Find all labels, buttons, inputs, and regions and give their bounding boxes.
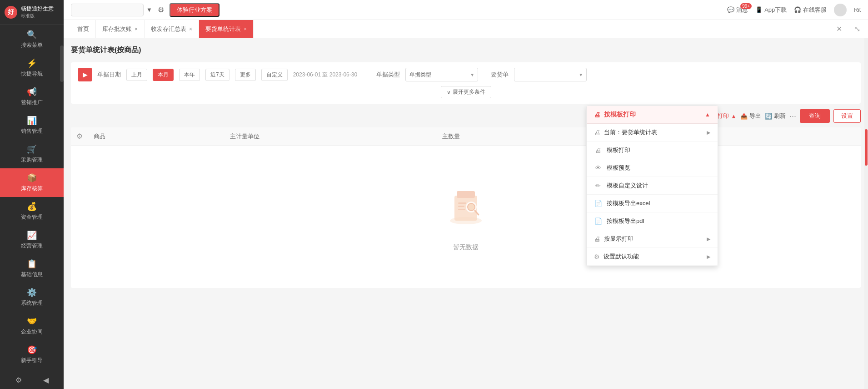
export-label: 导出 bbox=[749, 112, 761, 120]
requisition-label: 要货单 bbox=[491, 71, 509, 79]
scrollbar-thumb bbox=[865, 129, 868, 166]
dropdown-item-template-print[interactable]: 🖨 模板打印 bbox=[587, 141, 718, 159]
sidebar-item-search[interactable]: 🔍 搜索菜单 bbox=[0, 25, 64, 54]
tabbar-right: ✕ ⤡ bbox=[832, 22, 868, 36]
svg-rect-6 bbox=[458, 202, 466, 204]
more-options-icon[interactable]: ··· bbox=[789, 111, 796, 121]
collab-icon: 🤝 bbox=[27, 316, 37, 326]
sidebar-item-label: 采购管理 bbox=[21, 156, 43, 164]
tab-receipt-summary-label: 收发存汇总表 bbox=[151, 25, 186, 33]
sidebar-item-purchase[interactable]: 🛒 采购管理 bbox=[0, 140, 64, 168]
dropdown-display-print[interactable]: 🖨 按显示打印 ▶ bbox=[587, 230, 718, 248]
basics-icon: 📋 bbox=[27, 259, 37, 269]
date-btn-7days[interactable]: 近7天 bbox=[205, 69, 229, 81]
refresh-icon: 🔄 bbox=[765, 113, 772, 120]
app-download-button[interactable]: 📱 App下载 bbox=[755, 6, 787, 14]
export-button[interactable]: 📤 导出 bbox=[740, 112, 761, 120]
settings-button[interactable]: 设置 bbox=[833, 109, 861, 123]
sidebar-item-system[interactable]: ⚙️ 系统管理 bbox=[0, 283, 64, 312]
display-print-chevron: ▶ bbox=[707, 236, 710, 242]
date-range-display: 2023-06-01 至 2023-06-30 bbox=[293, 71, 357, 79]
print-dropdown-icon: 🖨 bbox=[594, 111, 600, 118]
sidebar-item-label: 营销推广 bbox=[21, 99, 43, 106]
dropdown-item-template-design[interactable]: ✏ 模板自定义设计 bbox=[587, 177, 718, 195]
tab-home[interactable]: 首页 bbox=[71, 20, 96, 38]
tab-inventory-batch-label: 库存批次账 bbox=[102, 25, 132, 33]
empty-text: 暂无数据 bbox=[453, 243, 479, 252]
type-select[interactable]: 单据类型 bbox=[405, 68, 478, 81]
date-btn-current-month[interactable]: 本月 bbox=[153, 69, 174, 81]
dropdown-header: 🖨 按模板打印 ▲ bbox=[587, 106, 718, 124]
app-name-block: 畅捷通好生意 标准版 bbox=[21, 5, 54, 19]
dropdown-item-template-preview[interactable]: 👁 模板预览 bbox=[587, 159, 718, 177]
date-btn-prev-month[interactable]: 上月 bbox=[126, 69, 147, 81]
tab-requisition-stats[interactable]: 要货单统计表 × bbox=[199, 20, 254, 38]
close-tab-icon[interactable]: ✕ bbox=[832, 22, 846, 36]
tab-close-receipt-summary[interactable]: × bbox=[189, 26, 192, 32]
message-button[interactable]: 💬 消息 99+ bbox=[727, 6, 748, 14]
export-icon: 📤 bbox=[740, 113, 748, 120]
expand-conditions-button[interactable]: ∨ 展开更多条件 bbox=[441, 86, 491, 98]
table-settings-icon[interactable]: ⚙ bbox=[71, 132, 88, 141]
app-icon: 📱 bbox=[755, 6, 763, 13]
dropdown-set-default[interactable]: ⚙ 设置默认功能 ▶ bbox=[587, 248, 718, 266]
sidebar-item-marketing[interactable]: 📢 营销推广 bbox=[0, 82, 64, 111]
date-btn-current-year[interactable]: 本年 bbox=[179, 69, 200, 81]
tabbar: 首页 库存批次账 × 收发存汇总表 × 要货单统计表 × ✕ ⤡ bbox=[64, 20, 868, 38]
sidebar-item-label: 基础信息 bbox=[21, 271, 43, 278]
set-default-icon: ⚙ bbox=[594, 253, 600, 260]
col-header-unit: 主计量单位 bbox=[224, 132, 437, 141]
settings-bottom-icon[interactable]: ⚙ bbox=[15, 376, 22, 384]
search-dropdown-icon[interactable]: ▼ bbox=[146, 6, 152, 13]
tab-close-inventory-batch[interactable]: × bbox=[135, 26, 138, 32]
table-header: ⚙ 商品 主计量单位 主数量 零售金额 bbox=[71, 127, 861, 146]
set-default-chevron: ▶ bbox=[707, 254, 710, 260]
tab-close-requisition-stats[interactable]: × bbox=[244, 26, 247, 32]
service-icon: 🎧 bbox=[794, 6, 801, 13]
tab-inventory-batch[interactable]: 库存批次账 × bbox=[96, 20, 145, 38]
shortcut-icon: ⚡ bbox=[27, 58, 37, 68]
app-name: 畅捷通好生意 bbox=[21, 5, 54, 13]
app-label: App下载 bbox=[764, 6, 787, 14]
maximize-icon[interactable]: ⤡ bbox=[850, 22, 864, 36]
col-header-product: 商品 bbox=[88, 132, 224, 141]
dropdown-item-export-excel[interactable]: 📄 按模板导出excel bbox=[587, 195, 718, 212]
template-design-label: 模板自定义设计 bbox=[607, 182, 710, 190]
dropdown-current-item[interactable]: 🖨 当前：要货单统计表 ▶ bbox=[587, 124, 718, 141]
sidebar-item-finance[interactable]: 💰 资金管理 bbox=[0, 197, 64, 226]
requisition-select[interactable] bbox=[514, 68, 587, 81]
topbar: ▼ ⚙ 体验行业方案 💬 消息 99+ 📱 App下载 🎧 在线客服 Rit bbox=[64, 0, 868, 20]
promo-button[interactable]: 体验行业方案 bbox=[170, 3, 219, 17]
expand-label: 展开更多条件 bbox=[453, 88, 485, 96]
date-btn-more[interactable]: 更多 bbox=[235, 69, 256, 81]
sidebar-item-inventory[interactable]: 📦 库存核算 bbox=[0, 168, 64, 197]
sidebar-item-operations[interactable]: 📈 经营管理 bbox=[0, 226, 64, 254]
settings-gear-icon[interactable]: ⚙ bbox=[158, 5, 164, 14]
dropdown-title-text: 按模板打印 bbox=[604, 111, 636, 119]
filter-expand-arrow[interactable]: ▶ bbox=[78, 68, 92, 81]
requisition-select-wrapper bbox=[514, 68, 587, 81]
sidebar-item-collab[interactable]: 🤝 企业协同 bbox=[0, 312, 64, 340]
search-input[interactable] bbox=[71, 4, 144, 16]
print-dropdown-menu: 🖨 按模板打印 ▲ 🖨 当前：要货单统计表 ▶ 🖨 模板打印 👁 模板预览 bbox=[586, 106, 718, 266]
query-button[interactable]: 查询 bbox=[800, 109, 830, 123]
collapse-icon[interactable]: ◀ bbox=[43, 376, 49, 384]
dropdown-collapse-icon[interactable]: ▲ bbox=[705, 111, 710, 118]
sidebar-item-basics[interactable]: 📋 基础信息 bbox=[0, 254, 64, 283]
template-design-icon: ✏ bbox=[594, 182, 602, 189]
sidebar-item-sales[interactable]: 📊 销售管理 bbox=[0, 111, 64, 140]
app-logo-icon: 好 bbox=[5, 6, 17, 19]
display-print-label: 按显示打印 bbox=[604, 235, 707, 243]
sidebar-item-shortcut[interactable]: ⚡ 快捷导航 bbox=[0, 54, 64, 82]
refresh-label: 刷新 bbox=[774, 112, 786, 120]
tab-receipt-summary[interactable]: 收发存汇总表 × bbox=[145, 20, 199, 38]
date-filter-label: 单据日期 bbox=[97, 71, 121, 79]
right-scrollbar[interactable] bbox=[864, 38, 868, 389]
refresh-button[interactable]: 🔄 刷新 bbox=[765, 112, 786, 120]
dropdown-item-export-pdf[interactable]: 📄 按模板导出pdf bbox=[587, 212, 718, 230]
avatar[interactable] bbox=[834, 4, 847, 16]
online-service-button[interactable]: 🎧 在线客服 bbox=[794, 6, 827, 14]
sidebar-item-label: 新手引导 bbox=[21, 357, 43, 364]
sidebar-item-guide[interactable]: 🎯 新手引导 bbox=[0, 340, 64, 369]
date-btn-custom[interactable]: 自定义 bbox=[261, 69, 288, 81]
